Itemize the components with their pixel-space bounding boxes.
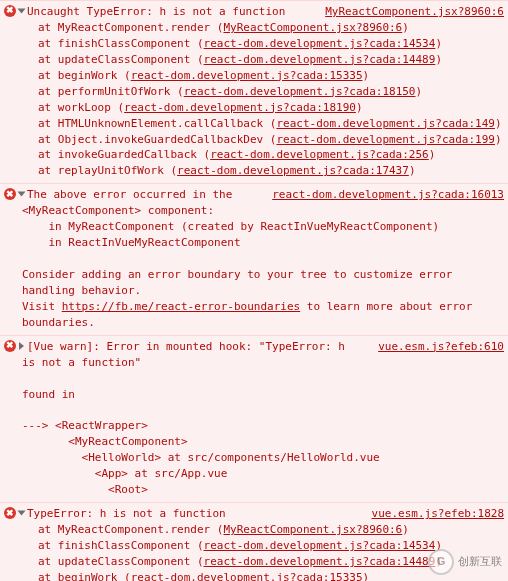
error-header: vue.esm.js?efeb:1828 TypeError: h is not… xyxy=(27,506,504,522)
error-body: is not a function" found in ---> <ReactW… xyxy=(4,355,504,498)
disclosure-triangle[interactable] xyxy=(18,192,26,197)
stack-frame: at MyReactComponent.render (MyReactCompo… xyxy=(38,20,504,36)
source-link[interactable]: react-dom.development.js?cada:149 xyxy=(276,117,495,130)
source-link[interactable]: react-dom.development.js?cada:15335 xyxy=(131,69,363,82)
source-link[interactable]: react-dom.development.js?cada:18150 xyxy=(184,85,416,98)
error-message: The above error occurred in the xyxy=(27,188,232,201)
stack-frame: at finishClassComponent (react-dom.devel… xyxy=(38,36,504,52)
console-error-entry: ✖ vue.esm.js?efeb:610 [Vue warn]: Error … xyxy=(0,335,508,503)
stack-frame: at Object.invokeGuardedCallbackDev (reac… xyxy=(38,132,504,148)
stack-frame: at invokeGuardedCallback (react-dom.deve… xyxy=(38,147,504,163)
error-icon: ✖ xyxy=(4,507,16,519)
error-header: react-dom.development.js?cada:16013 The … xyxy=(27,187,504,203)
watermark: G 创新互联 xyxy=(428,549,502,575)
source-link[interactable]: MyReactComponent.jsx?8960:6 xyxy=(325,4,504,20)
source-link[interactable]: react-dom.development.js?cada:14534 xyxy=(204,37,436,50)
source-link[interactable]: vue.esm.js?efeb:1828 xyxy=(372,506,504,522)
stack-frame: at workLoop (react-dom.development.js?ca… xyxy=(38,100,504,116)
source-link[interactable]: react-dom.development.js?cada:14489 xyxy=(204,53,436,66)
source-link[interactable]: react-dom.development.js?cada:14534 xyxy=(204,539,436,552)
console-error-entry: ✖ MyReactComponent.jsx?8960:6 Uncaught T… xyxy=(0,0,508,184)
doc-link[interactable]: https://fb.me/react-error-boundaries xyxy=(62,300,300,313)
watermark-text: 创新互联 xyxy=(458,554,502,570)
error-icon: ✖ xyxy=(4,340,16,352)
error-message: TypeError: h is not a function xyxy=(27,507,226,520)
source-link[interactable]: vue.esm.js?efeb:610 xyxy=(378,339,504,355)
stack-frame: at beginWork (react-dom.development.js?c… xyxy=(38,68,504,84)
error-header: vue.esm.js?efeb:610 [Vue warn]: Error in… xyxy=(27,339,504,355)
console-error-entry: ✖ react-dom.development.js?cada:16013 Th… xyxy=(0,183,508,335)
disclosure-triangle[interactable] xyxy=(18,511,26,516)
error-icon: ✖ xyxy=(4,188,16,200)
error-body: <MyReactComponent> component: in MyReact… xyxy=(4,203,504,331)
error-header: MyReactComponent.jsx?8960:6 Uncaught Typ… xyxy=(27,4,504,20)
source-link[interactable]: react-dom.development.js?cada:14489 xyxy=(204,555,436,568)
source-link[interactable]: react-dom.development.js?cada:18190 xyxy=(124,101,356,114)
source-link[interactable]: MyReactComponent.jsx?8960:6 xyxy=(223,21,402,34)
source-link[interactable]: react-dom.development.js?cada:199 xyxy=(276,133,495,146)
stack-trace: at MyReactComponent.render (MyReactCompo… xyxy=(4,20,504,179)
source-link[interactable]: react-dom.development.js?cada:256 xyxy=(210,148,429,161)
error-message: Uncaught TypeError: h is not a function xyxy=(27,5,285,18)
disclosure-triangle[interactable] xyxy=(18,9,26,14)
source-link[interactable]: MyReactComponent.jsx?8960:6 xyxy=(223,523,402,536)
watermark-icon: G xyxy=(428,549,454,575)
stack-frame: at replayUnitOfWork (react-dom.developme… xyxy=(38,163,504,179)
error-message: [Vue warn]: Error in mounted hook: "Type… xyxy=(27,340,345,353)
source-link[interactable]: react-dom.development.js?cada:16013 xyxy=(272,187,504,203)
stack-frame: at MyReactComponent.render (MyReactCompo… xyxy=(38,522,504,538)
stack-frame: at performUnitOfWork (react-dom.developm… xyxy=(38,84,504,100)
source-link[interactable]: react-dom.development.js?cada:17437 xyxy=(177,164,409,177)
stack-frame: at HTMLUnknownElement.callCallback (reac… xyxy=(38,116,504,132)
source-link[interactable]: react-dom.development.js?cada:15335 xyxy=(131,571,363,581)
error-icon: ✖ xyxy=(4,5,16,17)
stack-frame: at updateClassComponent (react-dom.devel… xyxy=(38,52,504,68)
disclosure-triangle[interactable] xyxy=(19,342,24,350)
